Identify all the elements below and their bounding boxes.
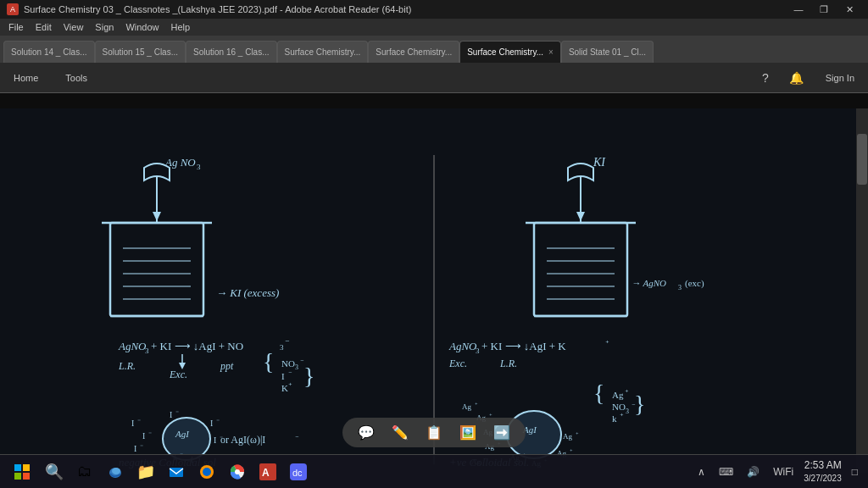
svg-point-114 — [112, 468, 120, 474]
svg-text:3: 3 — [197, 163, 201, 171]
svg-text:→ AgNO: → AgNO — [632, 278, 666, 288]
tab-surface1[interactable]: Surface Chemistry... — [277, 41, 369, 63]
annotation-toolbar: 💬 ✏️ 📋 🖼️ ➡️ — [342, 418, 526, 447]
start-button[interactable] — [7, 460, 37, 484]
edge-taskbar[interactable] — [102, 458, 129, 485]
clock[interactable]: 2:53 AM 3/27/2023 — [804, 459, 842, 484]
comment-tool[interactable]: 💬 — [353, 421, 380, 444]
title-bar: A Surface Chemistry 03 _ Classnotes _(La… — [0, 0, 868, 19]
toolbar-home[interactable]: Home — [7, 70, 45, 86]
svg-rect-112 — [23, 473, 30, 480]
notifications-icon[interactable]: □ — [849, 464, 861, 480]
svg-point-117 — [203, 468, 211, 476]
svg-text:⁺: ⁺ — [475, 402, 478, 408]
svg-text:I: I — [214, 435, 216, 445]
svg-text:I: I — [131, 419, 134, 428]
svg-text:Exc.: Exc. — [448, 358, 467, 369]
pen-tool[interactable]: ✏️ — [387, 421, 414, 444]
svg-text:⁺: ⁺ — [288, 381, 292, 390]
svg-text:AgNO: AgNO — [118, 340, 147, 352]
discord-taskbar[interactable]: dc — [285, 458, 312, 485]
pdf-viewer[interactable]: Ag NO 3 → KI (excess) AgNO 3 + KI ⟶ ↓AgI… — [0, 93, 868, 488]
keyboard-icon[interactable]: ⌨ — [715, 464, 737, 480]
signin-button[interactable]: Sign In — [819, 70, 861, 86]
svg-text:I: I — [281, 371, 285, 381]
svg-text:⁻: ⁻ — [285, 337, 290, 347]
maximize-button[interactable]: ❐ — [812, 2, 836, 17]
fileexplorer-taskbar[interactable]: 📁 — [132, 458, 159, 485]
tab-solidstate[interactable]: Solid State 01 _ Cl... — [561, 41, 654, 63]
clock-time: 2:53 AM — [804, 459, 842, 473]
menu-edit[interactable]: Edit — [31, 21, 57, 33]
menu-file[interactable]: File — [3, 21, 29, 33]
svg-text:I: I — [142, 431, 145, 441]
svg-text:Exc.: Exc. — [169, 369, 187, 380]
svg-text:{: { — [593, 380, 604, 406]
toolbar-right: ? 🔔 Sign In — [757, 69, 861, 86]
share-tool[interactable]: ➡️ — [488, 421, 515, 444]
help-icon[interactable]: ? — [757, 69, 774, 86]
tab-surface3-active[interactable]: Surface Chemistry... × — [459, 41, 561, 63]
tab-solution14[interactable]: Solution 14 _ Clas... — [3, 41, 95, 63]
svg-text:(exc): (exc) — [685, 278, 704, 289]
up-arrow-icon[interactable]: ∧ — [694, 464, 709, 480]
taskview-taskbar[interactable]: 🗂 — [71, 458, 98, 485]
toolbar-tools[interactable]: Tools — [58, 70, 94, 86]
svg-text:3: 3 — [626, 408, 629, 415]
title-bar-left: A Surface Chemistry 03 _ Classnotes _(La… — [7, 3, 411, 15]
svg-text:⁺: ⁺ — [625, 388, 629, 396]
tab-close-icon[interactable]: × — [548, 47, 554, 57]
svg-rect-115 — [170, 468, 183, 477]
svg-text:3: 3 — [280, 343, 284, 352]
menu-help[interactable]: Help — [166, 21, 196, 33]
tab-solution16[interactable]: Solution 16 _ Clas... — [186, 41, 277, 63]
toolbar: Home Tools ? 🔔 Sign In — [0, 63, 868, 93]
svg-text:NO: NO — [612, 402, 626, 412]
svg-text:+ KI ⟶ ↓AgI + K: + KI ⟶ ↓AgI + K — [481, 340, 566, 352]
svg-text:3: 3 — [476, 347, 480, 355]
svg-text:⁻: ⁻ — [295, 434, 299, 442]
volume-icon[interactable]: 🔊 — [743, 464, 763, 480]
svg-rect-111 — [14, 473, 21, 480]
menu-sign[interactable]: Sign — [90, 21, 119, 33]
wifi-icon[interactable]: WiFi — [770, 464, 797, 480]
svg-text:AgNO: AgNO — [448, 340, 477, 352]
svg-text:Ag: Ag — [462, 402, 471, 411]
svg-text:}: } — [303, 363, 314, 389]
svg-text:K: K — [281, 383, 288, 393]
svg-text:KI: KI — [593, 156, 606, 169]
svg-text:I: I — [134, 444, 136, 453]
taskbar-right: ∧ ⌨ 🔊 WiFi 2:53 AM 3/27/2023 □ — [694, 459, 861, 484]
tab-solution15[interactable]: Solution 15 _ Clas... — [95, 41, 186, 63]
mail-taskbar[interactable] — [163, 458, 190, 485]
svg-text:I: I — [210, 419, 213, 428]
main-content: Ag NO 3 → KI (excess) AgNO 3 + KI ⟶ ↓AgI… — [0, 93, 868, 488]
svg-text:Ag NO: Ag NO — [164, 156, 196, 169]
svg-text:Ag: Ag — [612, 390, 624, 400]
svg-text:3: 3 — [295, 363, 298, 371]
svg-text:⁻: ⁻ — [137, 418, 141, 425]
menu-view[interactable]: View — [58, 21, 89, 33]
svg-rect-3 — [857, 134, 867, 185]
svg-text:ppt: ppt — [220, 360, 234, 372]
svg-text:3: 3 — [145, 347, 149, 355]
svg-text:⁺: ⁺ — [620, 412, 624, 420]
svg-text:}: } — [634, 391, 645, 417]
close-button[interactable]: ✕ — [837, 2, 861, 17]
svg-rect-110 — [23, 464, 30, 471]
chrome-taskbar[interactable] — [224, 458, 251, 485]
minimize-button[interactable]: — — [787, 2, 810, 17]
acrobat-icon: A — [7, 3, 19, 15]
tab-surface2[interactable]: Surface Chemistry... — [368, 41, 459, 63]
svg-text:AgI: AgI — [175, 429, 190, 439]
svg-text:⁻: ⁻ — [148, 430, 152, 438]
highlight-tool[interactable]: 📋 — [420, 421, 448, 444]
window-controls[interactable]: — ❐ ✕ — [787, 2, 861, 17]
search-taskbar[interactable]: 🔍 — [41, 458, 68, 485]
svg-text:⁻: ⁻ — [175, 409, 179, 417]
acrobat-taskbar[interactable]: A — [254, 458, 281, 485]
bell-icon[interactable]: 🔔 — [784, 69, 809, 86]
firefox-taskbar[interactable] — [193, 458, 220, 485]
image-tool[interactable]: 🖼️ — [454, 421, 481, 444]
menu-window[interactable]: Window — [120, 21, 164, 33]
